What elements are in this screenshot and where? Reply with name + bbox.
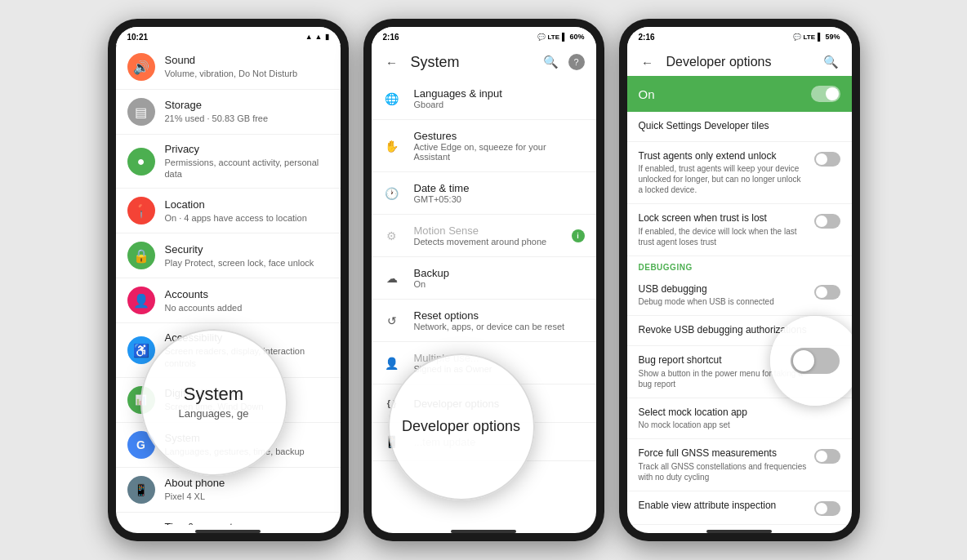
phone2-frame: 2:16 💬 LTE ▌ 60% ← System 🔍 ? 🌐 Language… — [363, 19, 604, 541]
phone2-status-icons: 💬 LTE ▌ 60% — [537, 33, 585, 41]
gnss-title: Force full GNSS measurements — [639, 447, 808, 460]
back3-button[interactable]: ← — [639, 53, 657, 71]
list-item[interactable]: 🌐 Languages & input Gboard — [372, 78, 596, 120]
list-item[interactable]: 👤 Accounts No accounts added — [116, 278, 341, 323]
list-item[interactable]: ☁ Backup On — [372, 257, 596, 300]
list-item[interactable]: ▤ Storage 21% used · 50.83 GB free — [116, 90, 341, 135]
phone2-content: 🌐 Languages & input Gboard ✋ Gestures Ac… — [372, 78, 596, 525]
search-button[interactable]: 🔍 — [542, 53, 560, 71]
sound-title: Sound — [165, 54, 329, 68]
list-item[interactable]: ✋ Gestures Active Edge on, squeeze for y… — [372, 120, 596, 172]
dev-list-item[interactable]: Enable view attribute inspection — [627, 491, 852, 525]
location-title: Location — [165, 198, 329, 212]
list-item[interactable]: 🔒 Security Play Protect, screen lock, fa… — [116, 233, 341, 278]
help-button[interactable]: ? — [568, 54, 585, 70]
datetime-title: Date & time — [414, 182, 585, 194]
search3-button[interactable]: 🔍 — [822, 53, 840, 71]
circle-sub-text: Languages, ge — [178, 407, 248, 421]
chat-icon: 💬 — [537, 33, 546, 41]
phone1-circle-zoom: System Languages, ge — [140, 329, 287, 476]
privacy-icon: ● — [127, 148, 155, 176]
dev-item-title: Trust agents only extend unlock — [639, 150, 808, 163]
security-sub: Play Protect, screen lock, face unlock — [165, 257, 329, 269]
back-button[interactable]: ← — [383, 53, 401, 71]
list-item[interactable]: ⚙ Motion Sense Detects movement around p… — [372, 215, 596, 257]
list-item[interactable]: 📍 Location On · 4 apps have access to lo… — [116, 189, 341, 233]
debugging-section-label: DEBUGGING — [627, 256, 852, 275]
dev-list-item[interactable]: Force full GNSS measurements Track all G… — [627, 439, 852, 491]
dev-item-title: Lock screen when trust is lost — [639, 212, 808, 225]
dev-on-label: On — [639, 87, 655, 101]
gestures-title: Gestures — [414, 130, 585, 142]
tips-text: Tips & support Help articles, phone & ch… — [165, 521, 329, 525]
list-item[interactable]: 🕐 Date & time GMT+05:30 — [372, 172, 596, 215]
storage-text: Storage 21% used · 50.83 GB free — [165, 99, 329, 124]
about-text: About phone Pixel 4 XL — [165, 477, 329, 502]
datetime-sub: GMT+05:30 — [414, 194, 585, 204]
list-item[interactable]: 🔊 Sound Volume, vibration, Do Not Distur… — [116, 45, 341, 90]
phone1-status-bar: 10:21 ▲ ▲ ▮ — [116, 27, 341, 45]
dev-item-text: Lock screen when trust is lost If enable… — [639, 212, 808, 247]
battery-icon: ▮ — [325, 33, 329, 41]
phone3-title: Developer options — [666, 55, 822, 69]
phone3-content: Quick Settings Developer tiles Trust age… — [627, 112, 852, 525]
languages-sub: Gboard — [414, 100, 585, 109]
languages-text: Languages & input Gboard — [414, 87, 585, 109]
languages-title: Languages & input — [414, 87, 585, 100]
dev-list-item[interactable]: Quick Settings Developer tiles — [627, 112, 852, 142]
usb-debug-title: USB debugging — [639, 283, 808, 296]
list-item[interactable]: ● Privacy Permissions, account activity,… — [116, 135, 341, 189]
location-text: Location On · 4 apps have access to loca… — [165, 198, 329, 224]
datetime-text: Date & time GMT+05:30 — [414, 182, 585, 204]
dev-item-text: Force full GNSS measurements Track all G… — [639, 447, 808, 482]
dev-on-toggle[interactable] — [811, 86, 840, 102]
dev-on-bar: On — [627, 76, 852, 112]
location-sub: On · 4 apps have access to location — [165, 212, 329, 224]
phone1-content: 🔊 Sound Volume, vibration, Do Not Distur… — [116, 45, 341, 525]
dev-list-item[interactable]: Lock screen when trust is lost If enable… — [627, 204, 852, 256]
reset-title: Reset options — [414, 309, 585, 322]
lockscreen-toggle[interactable] — [814, 214, 840, 229]
list-item[interactable]: ? Tips & support Help articles, phone & … — [116, 513, 341, 525]
gnss-toggle[interactable] — [814, 449, 840, 464]
motion-badge: i — [572, 229, 585, 242]
privacy-sub: Permissions, account activity, personal … — [165, 157, 329, 180]
security-icon: 🔒 — [127, 242, 155, 269]
phone1-frame: 10:21 ▲ ▲ ▮ 🔊 Sound Volume, vibration, D… — [108, 19, 349, 541]
accounts-title: Accounts — [165, 288, 329, 302]
viewattr-title: Enable view attribute inspection — [639, 500, 808, 513]
usb-debug-toggle[interactable] — [814, 285, 840, 300]
languages-icon: 🌐 — [383, 90, 401, 108]
gestures-text: Gestures Active Edge on, squeeze for you… — [414, 130, 585, 162]
phone3-dev-header: ← Developer options 🔍 — [627, 45, 852, 76]
dev-list-item[interactable]: Trust agents only extend unlock If enabl… — [627, 142, 852, 205]
phone2-title: System — [411, 54, 542, 71]
dev-list-item[interactable]: USB debugging Debug mode when USB is con… — [627, 275, 852, 317]
dev-item-text: Trust agents only extend unlock If enabl… — [639, 150, 808, 196]
battery2-icon: 60% — [569, 33, 584, 41]
circle2-main-text: Developer options — [402, 418, 520, 436]
datetime-icon: 🕐 — [383, 184, 401, 202]
viewattr-toggle[interactable] — [814, 501, 840, 516]
dev-item-text: Quick Settings Developer tiles — [639, 120, 840, 133]
toggle-knob-s — [816, 451, 827, 462]
big-toggle[interactable] — [791, 348, 840, 374]
trust-toggle[interactable] — [814, 152, 840, 167]
about-sub: Pixel 4 XL — [165, 491, 329, 502]
dev-item-text: Enable view attribute inspection — [639, 500, 808, 513]
backup-text: Backup On — [414, 267, 585, 289]
motion-text: Motion Sense Detects movement around pho… — [414, 224, 559, 247]
signal2-icon: ▌ — [562, 33, 567, 41]
list-item[interactable]: ↺ Reset options Network, apps, or device… — [372, 300, 596, 342]
phone2-status-bar: 2:16 💬 LTE ▌ 60% — [372, 27, 596, 45]
privacy-text: Privacy Permissions, account activity, p… — [165, 143, 329, 180]
motion-title: Motion Sense — [414, 224, 559, 237]
reset-text: Reset options Network, apps, or device c… — [414, 309, 585, 331]
security-text: Security Play Protect, screen lock, face… — [165, 243, 329, 269]
mock-title: Select mock location app — [639, 407, 840, 420]
phone3-screen: 2:16 💬 LTE ▌ 59% ← Developer options 🔍 O… — [627, 27, 852, 533]
motion-sub: Detects movement around phone — [414, 237, 559, 247]
location-icon: 📍 — [127, 197, 155, 224]
backup-icon: ☁ — [383, 269, 401, 287]
security-title: Security — [165, 243, 329, 257]
